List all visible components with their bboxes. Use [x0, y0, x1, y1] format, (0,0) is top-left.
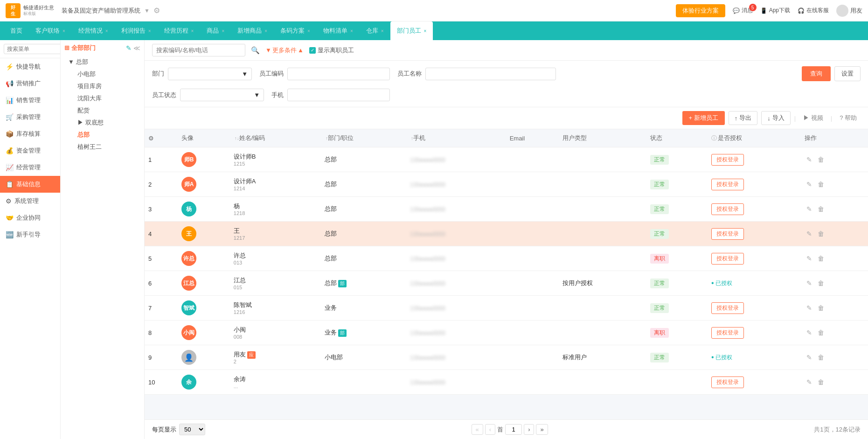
sidebar-item-basic-info[interactable]: 📋 基础信息 [0, 176, 60, 193]
close-icon[interactable]: × [191, 28, 194, 34]
delete-button[interactable]: 🗑 [816, 328, 826, 337]
close-icon[interactable]: × [105, 28, 108, 34]
emp-status-select[interactable]: ▼ [180, 89, 264, 101]
delete-button[interactable]: 🗑 [816, 180, 826, 189]
first-page-btn[interactable]: « [472, 424, 483, 435]
close-icon[interactable]: × [307, 28, 310, 34]
reset-button[interactable]: 设置 [834, 66, 861, 81]
tab-warehouse[interactable]: 仓库 × [360, 21, 390, 40]
edit-button[interactable]: ✎ [805, 180, 814, 189]
page-input[interactable] [505, 424, 522, 435]
edit-button[interactable]: ✎ [805, 328, 814, 337]
try-btn[interactable]: 体验行业方案 [676, 4, 725, 17]
phone-input[interactable] [287, 89, 390, 101]
help-button[interactable]: ? 帮助 [836, 111, 861, 125]
tab-bom[interactable]: 物料清单 × [317, 21, 360, 40]
user-area[interactable]: 用友 [836, 5, 862, 17]
tree-node-zhishu[interactable]: 植树王二 [74, 141, 140, 153]
delete-button[interactable]: 🗑 [816, 155, 826, 164]
th-settings[interactable]: ⚙ [145, 129, 178, 147]
last-page-btn[interactable]: » [536, 424, 548, 435]
auth-login-button[interactable]: 授权登录 [711, 376, 744, 388]
emp-code-input[interactable] [287, 68, 390, 80]
th-dept-pos[interactable]: ↑部门/职位 [321, 129, 406, 147]
sidebar-search-input[interactable] [4, 44, 61, 54]
delete-button[interactable]: 🗑 [816, 303, 826, 313]
close-icon-active[interactable]: × [424, 28, 427, 34]
tab-profit[interactable]: 利润报告 × [115, 21, 158, 40]
sidebar-item-marketing[interactable]: 📢 营销推广 [0, 75, 60, 92]
add-emp-button[interactable]: + 新增员工 [682, 111, 725, 125]
tree-node-xiaodian[interactable]: 小电部 [74, 68, 140, 80]
show-resigned-toggle[interactable]: ✓ 显示离职员工 [309, 46, 354, 55]
sidebar-item-sales[interactable]: 📊 销售管理 [0, 92, 60, 109]
search-input[interactable] [152, 44, 245, 56]
sidebar-item-quick-nav[interactable]: ⚡ 快捷导航 [0, 58, 60, 75]
edit-button[interactable]: ✎ [805, 254, 814, 263]
tab-barcode[interactable]: 条码方案 × [274, 21, 317, 40]
tab-history[interactable]: 经营历程 × [158, 21, 201, 40]
online-service[interactable]: 🎧 在线客服 [798, 7, 829, 14]
close-icon[interactable]: × [381, 28, 384, 34]
export-button[interactable]: ↑ 导出 [729, 111, 758, 125]
th-name-code[interactable]: ↑↓姓名/编码 [230, 129, 321, 147]
auth-login-button[interactable]: 授权登录 [711, 228, 744, 240]
sidebar-item-guide[interactable]: 🆕 新手引导 [0, 226, 60, 243]
tab-operation[interactable]: 经营情况 × [72, 21, 115, 40]
more-conditions-btn[interactable]: ▼ 更多条件 ▲ [265, 46, 304, 55]
tab-customer[interactable]: 客户联络 × [29, 21, 72, 40]
delete-button[interactable]: 🗑 [816, 279, 826, 288]
tree-node-shenyang[interactable]: 沈阳大库 [74, 92, 140, 105]
close-icon[interactable]: × [264, 28, 267, 34]
auth-login-button[interactable]: 授权登录 [711, 154, 744, 166]
sidebar-item-purchase[interactable]: 🛒 采购管理 [0, 109, 60, 125]
tree-node-zongbu[interactable]: 总部 [74, 129, 140, 141]
collapse-tree-icon[interactable]: ≪ [133, 44, 140, 52]
dept-select[interactable]: ▼ [168, 68, 252, 80]
auth-login-button[interactable]: 授权登录 [711, 302, 744, 314]
query-button[interactable]: 查询 [802, 66, 831, 81]
close-icon[interactable]: × [350, 28, 353, 34]
tree-node-peihuo[interactable]: 配货 [74, 105, 140, 117]
tab-dept-emp[interactable]: 部门员工 × [390, 21, 433, 40]
edit-button[interactable]: ✎ [805, 229, 814, 238]
import-button[interactable]: ↓ 导入 [761, 111, 791, 125]
auth-login-button[interactable]: 授权登录 [711, 253, 744, 265]
close-icon[interactable]: × [148, 28, 151, 34]
prev-page-btn[interactable]: ‹ [485, 424, 495, 435]
page-size-select[interactable]: 50 10 20 100 [179, 424, 205, 435]
auth-login-button[interactable]: 授权登录 [711, 203, 744, 215]
delete-button[interactable]: 🗑 [816, 353, 826, 362]
next-page-btn[interactable]: › [524, 424, 534, 435]
delete-button[interactable]: 🗑 [816, 229, 826, 238]
sidebar-item-inventory[interactable]: 📦 库存核算 [0, 125, 60, 142]
sidebar-item-enterprise[interactable]: 🤝 企业协同 [0, 209, 60, 226]
sidebar-item-operation[interactable]: 📈 经营管理 [0, 159, 60, 176]
tab-goods[interactable]: 商品 × [200, 21, 231, 40]
tree-node-zongbu-parent[interactable]: ▼总部 [64, 56, 140, 68]
auth-login-button[interactable]: 授权登录 [711, 327, 744, 339]
edit-button[interactable]: ✎ [805, 204, 814, 214]
auth-login-button[interactable]: 授权登录 [711, 179, 744, 190]
settings-icon[interactable]: ⚙ [153, 6, 160, 15]
edit-button[interactable]: ✎ [805, 377, 814, 387]
edit-button[interactable]: ✎ [805, 303, 814, 313]
close-icon[interactable]: × [62, 28, 65, 34]
edit-tree-icon[interactable]: ✎ [126, 44, 132, 52]
emp-name-input[interactable] [425, 68, 556, 80]
tab-home[interactable]: 首页 [4, 21, 29, 40]
sidebar-item-sys-mgmt[interactable]: ⚙ 系统管理 [0, 193, 60, 209]
th-phone[interactable]: ↑手机 [406, 129, 506, 147]
close-icon[interactable]: × [222, 28, 224, 34]
edit-button[interactable]: ✎ [805, 279, 814, 288]
app-download[interactable]: 📱 App下载 [760, 7, 790, 14]
chevron-down-icon[interactable]: ▼ [144, 7, 150, 14]
sidebar-item-finance[interactable]: 💰 资金管理 [0, 142, 60, 159]
edit-button[interactable]: ✎ [805, 353, 814, 362]
tree-node-project[interactable]: 项目库房 [74, 80, 140, 92]
search-button[interactable]: 🔍 [251, 46, 260, 55]
msg-area[interactable]: 💬 消息 5 [733, 7, 753, 14]
tab-new-goods[interactable]: 新增商品 × [231, 21, 274, 40]
view-button[interactable]: ▶ 视频 [799, 111, 827, 125]
delete-button[interactable]: 🗑 [816, 254, 826, 263]
